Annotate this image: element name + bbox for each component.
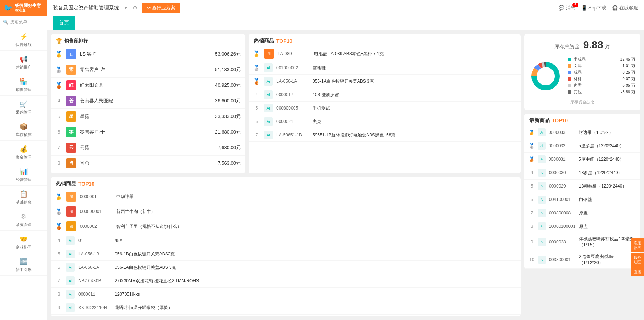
hot-product-row[interactable]: 🥇 图 0000001 中华神器: [51, 189, 521, 204]
customer-row[interactable]: 7 云 云扬 7,680.00元: [51, 140, 245, 156]
new-products-label: 最新商品: [529, 117, 550, 124]
top-products-label: 热销商品: [254, 38, 274, 44]
new-product-row[interactable]: 6 Ai 004100001 白钢垫: [524, 193, 640, 206]
product-icon: Ai: [66, 236, 75, 245]
customer-avatar: L: [66, 49, 76, 59]
product-row[interactable]: 🥈 Ai 001000002 雪地鞋: [249, 61, 521, 75]
hot-product-row[interactable]: 9 Ai KK-SD22110H 花语萌·恒温分罐罐袋（厚款）: [51, 301, 521, 315]
product-code: 0000033: [549, 130, 576, 135]
float-service-button[interactable]: 直播: [631, 267, 644, 276]
product-row[interactable]: 5 Ai 000800005 手机测试: [249, 102, 521, 115]
product-name: 封边带（1.0*22）: [579, 130, 636, 136]
search-menu[interactable]: 🔍 搜索菜单: [0, 16, 47, 28]
nav-icon-quick-nav: ⚡: [20, 33, 28, 41]
customer-row[interactable]: 🥉 红 红太阳文具 40,925.00元: [51, 78, 245, 93]
logo-icon: 🐦: [4, 4, 13, 12]
product-name: 手机测试: [313, 105, 516, 111]
gear-icon[interactable]: ⚙: [133, 4, 138, 11]
legend-name: 成品: [574, 70, 620, 75]
product-icon: Ai: [66, 250, 75, 258]
app-download[interactable]: 📱 App下载: [581, 5, 606, 11]
nav-icon-cooperation: 🤝: [20, 235, 28, 243]
hot-product-row[interactable]: 6 Ai LA-056-1A 056-1A白色按键开关盖ABS 3克: [51, 261, 521, 274]
legend-dot: [568, 64, 571, 68]
new-product-row[interactable]: 4 Ai 0000030 18多层（1220*2440）: [524, 166, 640, 180]
dropdown-icon[interactable]: ▼: [123, 5, 128, 11]
new-product-row[interactable]: 9 Ai 0000028 体械荔枝味苏打饮品400毫升（1*15）: [524, 233, 640, 251]
product-row[interactable]: 🥉 Ai LA-056-1A 056-1A白色按键开关盖ABS 3克: [249, 75, 521, 88]
system-name: 装备及固定资产辅助管理系统: [53, 5, 119, 11]
new-product-row[interactable]: 🥉 Ai 0000031 5厘中纤（1220*2440）: [524, 153, 640, 166]
product-code: LA-056-1A: [276, 79, 309, 84]
rank-num: 5: [253, 106, 260, 111]
page-nav: 首页: [47, 16, 644, 30]
medal-icon: 🥉: [55, 82, 62, 89]
new-product-row[interactable]: 5 Ai 0000029 18颗粒板（1220*2440）: [524, 180, 640, 193]
customer-avatar: 星: [66, 111, 76, 122]
product-code: 003800001: [549, 257, 576, 262]
sidebar-item-guide[interactable]: 🆕新手引导: [0, 253, 47, 276]
product-row[interactable]: 4 Ai 0000017 10S 变刷罗蜜: [249, 88, 521, 102]
product-icon: Ai: [538, 209, 546, 217]
new-product-row[interactable]: 🥇 Ai 0000033 封边带（1.0*22）: [524, 126, 640, 139]
donut-chart: [529, 60, 562, 93]
legend-val: 0.07 万: [623, 76, 635, 82]
product-icon: Ai: [264, 117, 273, 126]
product-row[interactable]: 🥇 图 LA-089 电池盖 LA-089 ABS本色+黑种 7.1克: [249, 46, 521, 61]
customer-row[interactable]: 6 零 零售客户-于 21,680.00元: [51, 124, 245, 140]
hot-product-row[interactable]: 🥈 图 000500001 新西兰牛肉（新牛）: [51, 204, 521, 219]
sidebar-item-inventory[interactable]: 📦库存核算: [0, 118, 47, 141]
sidebar-item-sales[interactable]: 🏪销售管理: [0, 73, 47, 96]
message-badge[interactable]: 💬 消息 6: [559, 5, 575, 11]
sidebar-item-system[interactable]: ⚙系统管理: [0, 208, 47, 231]
new-product-row[interactable]: 🥈 Ai 0000032 5厘多层（1220*2440）: [524, 139, 640, 153]
product-icon: Ai: [264, 90, 273, 99]
customer-row[interactable]: 4 苍 苍南县人民医院 36,600.00元: [51, 93, 245, 109]
logo-badge: 标准版: [15, 8, 41, 13]
sidebar-item-marketing[interactable]: 📢营销推广: [0, 51, 47, 73]
float-service-button[interactable]: 服务 社区: [631, 253, 644, 267]
inventory-card: 库存总资金 9.88 万 半成品: [524, 34, 640, 110]
customer-row[interactable]: 5 星 星扬 33,333.00元: [51, 109, 245, 124]
customer-row[interactable]: 🥈 零 零售客户-许 51,183.00元: [51, 62, 245, 78]
hot-product-row[interactable]: 5 Ai LA-056-1B 056-1B白色按键开关壳ABS2克: [51, 247, 521, 261]
new-product-row[interactable]: 8 Ai 10000100001 原盅: [524, 220, 640, 233]
product-row[interactable]: 6 Ai 0000021 夹克: [249, 115, 521, 128]
nav-icon-operations: 📊: [20, 168, 28, 176]
new-product-row[interactable]: 10 Ai 003800001 22g鱼豆腐·烧烤味（1*12*20）: [524, 251, 640, 269]
new-product-row[interactable]: 7 Ai 000800008 原盅: [524, 206, 640, 220]
headset-icon: 🎧: [612, 5, 618, 11]
sidebar-item-quick-nav[interactable]: ⚡快捷导航: [0, 28, 47, 51]
float-service-button[interactable]: 客服 热线: [631, 238, 644, 252]
top10-icon: TOP10: [276, 38, 292, 44]
product-name: 雪地鞋: [313, 65, 516, 71]
sidebar-item-basics[interactable]: 📋基础信息: [0, 186, 47, 208]
nav-icon-basics: 📋: [20, 190, 28, 198]
online-service[interactable]: 🎧 在线客服: [612, 5, 638, 11]
customer-row[interactable]: 🥇 L LS 客户 53,006.26元: [51, 46, 245, 62]
customer-avatar: 零: [66, 127, 76, 137]
sidebar-item-cooperation[interactable]: 🤝企业协同: [0, 231, 47, 253]
product-icon: Ai: [264, 131, 273, 139]
customer-row[interactable]: 8 肖 肖总 7,563.00元: [51, 156, 245, 171]
sidebar-logo: 🐦 畅捷通好生意 标准版: [0, 0, 47, 16]
customer-amount: 7,680.00元: [217, 144, 241, 151]
product-row[interactable]: 7 Ai LA-59651-1B 59651-1B旋转投影灯电池盒ABS黑色+5…: [249, 128, 521, 142]
nav-label-marketing: 营销推广: [16, 65, 32, 70]
sidebar-item-operations[interactable]: 📊经营管理: [0, 163, 47, 186]
hot-product-row[interactable]: 4 Ai 01 45#: [51, 234, 521, 247]
hot-product-row[interactable]: 7 Ai NB2.0X30B 2.0X30MM双搓花轴.搓花直径2.1MM/RO…: [51, 274, 521, 288]
sidebar-item-purchase[interactable]: 🛒采购管理: [0, 96, 47, 118]
sidebar-item-finance[interactable]: 💰资金管理: [0, 141, 47, 163]
new-products-list: 🥇 Ai 0000033 封边带（1.0*22） 🥈 Ai 0000032 5厘…: [524, 126, 640, 269]
tab-home[interactable]: 首页: [53, 16, 75, 30]
hot-product-row[interactable]: 🥉 图 0000002 智利车子里（规格不知道填什么）: [51, 219, 521, 234]
hot-product-row[interactable]: 8 Ai 0000011 12070519-xs: [51, 288, 521, 301]
product-name: 体械荔枝味苏打饮品400毫升（1*15）: [579, 236, 636, 248]
product-code: 10000100001: [549, 224, 576, 229]
customer-ranking-title: 🏆 销售额排行: [51, 34, 245, 46]
trial-button[interactable]: 体验行业方案: [142, 3, 180, 13]
hot-products-panel-title: 热销商品 TOP10: [51, 177, 521, 189]
customer-avatar: 肖: [66, 158, 76, 168]
product-name: 电池盖 LA-089 ABS本色+黑种 7.1克: [314, 51, 516, 57]
